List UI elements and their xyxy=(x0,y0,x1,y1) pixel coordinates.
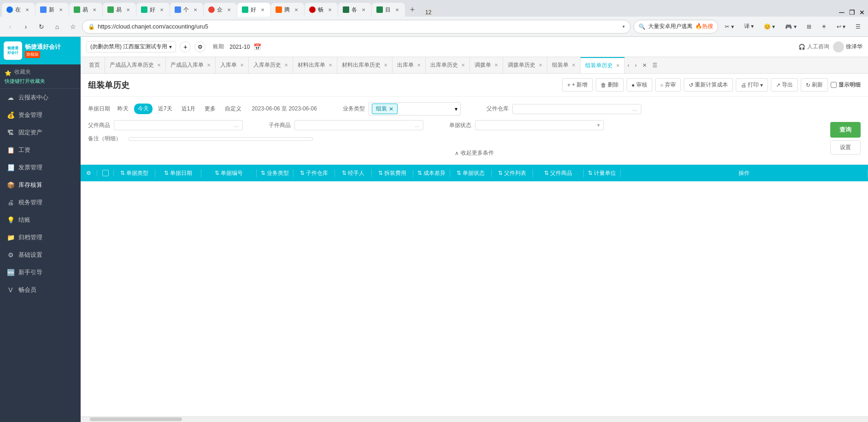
out-order-close[interactable]: ✕ xyxy=(417,63,421,68)
translate-button[interactable]: 译 ▾ xyxy=(740,21,757,32)
yesterday-btn[interactable]: 昨天 xyxy=(114,104,132,114)
window-close[interactable]: ✕ xyxy=(858,8,866,17)
add-company-button[interactable]: + xyxy=(180,41,191,52)
sidebar-item-fixed-assets[interactable]: 🏗 固定资产 xyxy=(0,124,81,141)
bookmark-button[interactable]: ☆ xyxy=(66,20,79,33)
th-billno[interactable]: ⇅ 单据编号 xyxy=(201,169,257,177)
tab-close-11[interactable]: ✕ xyxy=(360,6,367,13)
in-history-close[interactable]: ✕ xyxy=(284,63,288,68)
scrollbar-thumb[interactable] xyxy=(90,417,182,421)
sidebar-item-guide[interactable]: 🆕 新手引导 xyxy=(0,264,81,281)
abandon-button[interactable]: ○ 弃审 xyxy=(655,78,681,92)
sidebar-item-settlement[interactable]: 💡 结账 xyxy=(0,211,81,229)
th-unit[interactable]: ⇅ 计量单位 xyxy=(584,169,621,177)
column-settings-icon[interactable]: ⚙ xyxy=(86,170,91,176)
add-button[interactable]: + + 新增 xyxy=(562,78,592,92)
user-info[interactable]: 徐泽华 xyxy=(833,41,862,52)
sub-goods-input[interactable]: ... xyxy=(294,120,423,130)
assembly-history-close[interactable]: ✕ xyxy=(616,63,620,68)
nav-tab-transfer-history[interactable]: 调拨单历史 ✕ xyxy=(503,57,547,74)
refresh-button[interactable]: ↻ xyxy=(35,20,48,33)
th-parentlist[interactable]: ⇅ 父件列表 xyxy=(492,169,533,177)
sun-button[interactable]: ☀ xyxy=(818,22,830,32)
search-bar[interactable]: 🔍 大量安卓用户逃离 🔥热搜 xyxy=(633,20,718,34)
print-button[interactable]: 🖨 打印 ▾ xyxy=(736,78,768,92)
biz-type-selector[interactable]: 组装 ✕ ▾ xyxy=(369,102,461,116)
bill-status-dropdown[interactable]: ▾ xyxy=(475,120,604,130)
forward-button[interactable]: › xyxy=(19,20,32,33)
game-button[interactable]: 🎮 ▾ xyxy=(781,22,800,32)
th-settings[interactable]: ⚙ xyxy=(81,170,97,176)
nav-tab-transfer[interactable]: 调拨单 ✕ xyxy=(470,57,503,74)
tab-close-4[interactable]: ✕ xyxy=(125,6,131,13)
browser-tab-9[interactable]: 腾 ✕ xyxy=(271,3,304,17)
back-button[interactable]: ‹ xyxy=(4,20,17,33)
address-bar[interactable]: 🔒 https://cloud.chanjet.com/accounting/u… xyxy=(82,20,631,34)
today-btn[interactable]: 今天 xyxy=(134,104,152,114)
sidebar-item-salary[interactable]: 📋 工资 xyxy=(0,141,81,159)
undo-button[interactable]: ↩ ▾ xyxy=(833,22,849,32)
sidebar-item-cloud-report[interactable]: ☁ 云报表中心 xyxy=(0,89,81,106)
company-settings-button[interactable]: ⚙ xyxy=(194,41,205,52)
calendar-icon[interactable]: 📅 xyxy=(253,43,261,51)
tab-close-12[interactable]: ✕ xyxy=(394,6,400,13)
more-date-btn[interactable]: 更多 xyxy=(201,104,219,114)
tab-close-5[interactable]: ✕ xyxy=(158,6,165,13)
recalc-cost-button[interactable]: ↺ 重新计算成本 xyxy=(684,78,733,92)
nav-tab-in-order[interactable]: 入库单 ✕ xyxy=(216,57,249,74)
nav-tab-out-history[interactable]: 出库单历史 ✕ xyxy=(426,57,470,74)
custom-date-btn[interactable]: 自定义 xyxy=(221,104,245,114)
nav-tab-mat-out[interactable]: 材料出库单 ✕ xyxy=(293,57,337,74)
new-tab-button[interactable]: + xyxy=(405,3,419,17)
sidebar-item-archive[interactable]: 📁 归档管理 xyxy=(0,229,81,246)
nav-tab-home[interactable]: 首页 xyxy=(84,57,105,74)
assembly-close[interactable]: ✕ xyxy=(572,63,575,68)
tab-close-8[interactable]: ✕ xyxy=(259,6,266,13)
parent-goods-more-icon[interactable]: ... xyxy=(234,122,239,128)
tab-menu[interactable]: ☰ xyxy=(650,59,660,71)
transfer-close[interactable]: ✕ xyxy=(494,63,498,68)
biz-type-remove[interactable]: ✕ xyxy=(389,106,393,112)
select-all-checkbox[interactable] xyxy=(102,170,109,176)
month-btn[interactable]: 近1月 xyxy=(178,104,199,114)
th-biztype[interactable]: ⇅ 业务类型 xyxy=(257,169,293,177)
tab-close-6[interactable]: ✕ xyxy=(192,6,199,13)
week-btn[interactable]: 近7天 xyxy=(154,104,176,114)
tab-close-1[interactable]: ✕ xyxy=(24,6,30,13)
browser-tab-3[interactable]: 易 ✕ xyxy=(69,3,102,17)
parent-goods-input[interactable]: ... xyxy=(114,120,243,130)
browser-tab-1[interactable]: 在 ✕ xyxy=(2,3,35,17)
browser-tab-5[interactable]: 好 ✕ xyxy=(136,3,170,17)
delete-button[interactable]: 🗑 删除 xyxy=(596,78,624,92)
browser-tab-8[interactable]: 好 ✕ xyxy=(237,3,270,17)
tab-close-2[interactable]: ✕ xyxy=(58,6,64,13)
menu-button[interactable]: ☰ xyxy=(852,22,864,32)
favorites-subtitle[interactable]: 快捷键打开收藏夹 xyxy=(5,78,76,85)
sidebar-item-settings[interactable]: ⚙ 基础设置 xyxy=(0,246,81,264)
in-order-close[interactable]: ✕ xyxy=(240,63,244,68)
customer-service-btn[interactable]: 🎧 人工咨询 xyxy=(798,43,829,51)
grid-button[interactable]: ⊞ xyxy=(803,22,815,32)
th-billstatus[interactable]: ⇅ 单据状态 xyxy=(450,169,492,177)
tab-close-all[interactable]: ✕ xyxy=(639,59,650,71)
prod-in-close[interactable]: ✕ xyxy=(207,63,211,68)
show-detail-checkbox[interactable] xyxy=(831,82,837,88)
th-checkbox[interactable] xyxy=(97,170,114,176)
mat-out-history-close[interactable]: ✕ xyxy=(384,63,387,68)
tab-close-3[interactable]: ✕ xyxy=(91,6,98,13)
nav-tab-assembly-history[interactable]: 组装单历史 ✕ xyxy=(581,57,625,74)
tab-scroll-right[interactable]: › xyxy=(632,59,639,71)
th-costdiff[interactable]: ⇅ 成本差异 xyxy=(413,169,450,177)
export-button[interactable]: ↗ 导出 xyxy=(771,78,798,92)
browser-tab-11[interactable]: 各 ✕ xyxy=(338,3,371,17)
browser-tab-4[interactable]: 易 ✕ xyxy=(103,3,136,17)
th-billtype[interactable]: ⇅ 单据类型 xyxy=(114,169,155,177)
browser-tab-10[interactable]: 畅 ✕ xyxy=(305,3,338,17)
parent-warehouse-input[interactable]: ... xyxy=(512,104,641,114)
browser-tab-12[interactable]: 目 ✕ xyxy=(372,3,405,17)
horizontal-scrollbar[interactable] xyxy=(81,416,868,422)
nav-tab-in-history[interactable]: 入库单历史 ✕ xyxy=(249,57,293,74)
parent-warehouse-more[interactable]: ... xyxy=(633,106,637,112)
show-detail-option[interactable]: 显示明细 xyxy=(831,81,861,89)
th-parentgoods[interactable]: ⇅ 父件商品 xyxy=(533,169,584,177)
